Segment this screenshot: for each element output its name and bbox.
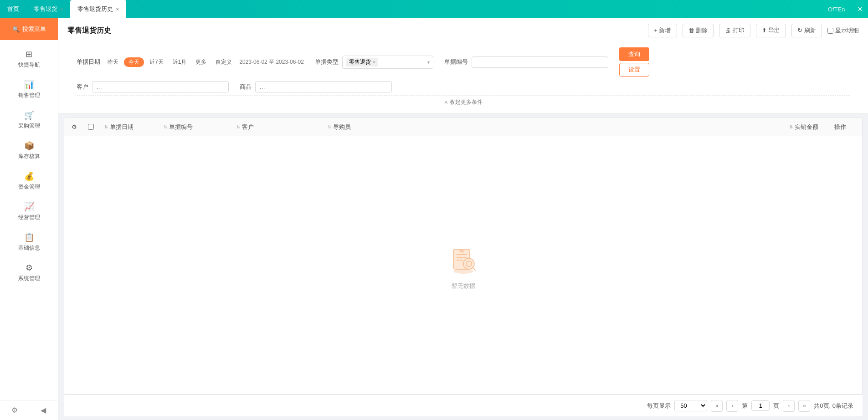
last-page-button[interactable]: » [798, 400, 810, 412]
th-select-all[interactable] [84, 124, 101, 130]
doc-type-tag: 零售退货 × [346, 58, 378, 67]
date-btn-yesterday[interactable]: 昨天 [104, 57, 122, 67]
filter-area: 单据日期 昨天 今天 近7天 近1月 更多 自定义 2023-06-02 至 2… [67, 43, 859, 113]
sidebar-item-label: 基础信息 [18, 244, 40, 252]
table-area: ⚙ ⇅ 单据日期 ⇅ 单据编号 ⇅ 客户 ⇅ [64, 118, 863, 394]
tab-retail-return-history[interactable]: 零售退货历史 × [70, 0, 126, 18]
filter-row-2: 客户 商品 [77, 81, 850, 92]
first-page-button[interactable]: « [711, 400, 723, 412]
doc-type-select-wrapper: 零售退货 × ▾ [342, 56, 433, 69]
total-label: 共0页, 0条记录 [814, 402, 853, 410]
date-btn-group: 昨天 今天 近7天 近1月 更多 自定义 [104, 57, 236, 67]
th-guide: ⇅ 导购员 [324, 123, 397, 131]
sidebar-item-label: 系统管理 [18, 275, 40, 282]
sidebar-search-label: 搜索菜单 [22, 25, 46, 33]
customer-input[interactable] [92, 81, 229, 92]
sidebar-item-sales[interactable]: 📊 销售管理 [0, 74, 58, 105]
system-icon: ⚙ [26, 263, 33, 273]
select-all-checkbox[interactable] [88, 124, 94, 130]
main-content: 零售退货历史 + 新增 🗑 删除 🖨 打印 ⬆ 导出 ↻ 刷新 显示明细 [58, 18, 868, 420]
sidebar-item-quick-nav[interactable]: ⊞ 快捷导航 [0, 44, 58, 74]
date-filter-label: 单据日期 [77, 58, 100, 66]
page-label-suffix: 页 [773, 402, 779, 410]
per-page-select[interactable]: 50 10 20 100 [674, 400, 707, 411]
tab-list: 首页 零售退货 × 零售退货历史 × [0, 0, 828, 18]
th-gear[interactable]: ⚙ [68, 123, 84, 130]
table-header: ⚙ ⇅ 单据日期 ⇅ 单据编号 ⇅ 客户 ⇅ [64, 118, 862, 136]
sidebar-item-operations[interactable]: 📈 经营管理 [0, 196, 58, 227]
set-button[interactable]: 设置 [619, 63, 649, 77]
customer-filter: 客户 [77, 81, 229, 92]
sort-icon[interactable]: ⇅ [164, 124, 167, 129]
collapse-conditions-button[interactable]: ∧ 收起更多条件 [77, 95, 850, 109]
sidebar-item-system[interactable]: ⚙ 系统管理 [0, 257, 58, 288]
collapse-sidebar-button[interactable]: ◀ [29, 400, 58, 420]
prev-page-button[interactable]: ‹ [726, 400, 738, 412]
show-detail-checkbox-label[interactable]: 显示明细 [827, 26, 859, 35]
sidebar-item-label: 采购管理 [18, 122, 40, 130]
purchase-icon: 🛒 [24, 110, 34, 120]
sidebar-search[interactable]: 🔍 搜索菜单 [0, 18, 58, 40]
empty-text: 暂无数据 [452, 282, 475, 290]
empty-icon [445, 240, 482, 277]
per-page-label: 每页显示 [647, 402, 671, 410]
goods-input[interactable] [255, 81, 392, 92]
tab-retail-return-close[interactable]: × [60, 6, 63, 12]
sidebar-item-finance[interactable]: 💰 资金管理 [0, 166, 58, 196]
sidebar-item-inventory[interactable]: 📦 库存核算 [0, 135, 58, 166]
refresh-button[interactable]: ↻ 刷新 [791, 24, 822, 37]
sort-icon[interactable]: ⇅ [236, 124, 240, 129]
show-detail-label: 显示明细 [835, 26, 859, 35]
often-text: OfTEn [828, 6, 845, 13]
settings-button[interactable]: ⚙ [0, 400, 29, 420]
sidebar: 🔍 搜索菜单 ⊞ 快捷导航 📊 销售管理 🛒 采购管理 📦 库存核算 💰 [0, 18, 58, 420]
th-customer: ⇅ 客户 [233, 123, 324, 131]
main-layout: 🔍 搜索菜单 ⊞ 快捷导航 📊 销售管理 🛒 采购管理 📦 库存核算 💰 [0, 18, 868, 420]
th-doc-no: ⇅ 单据编号 [160, 123, 233, 131]
page-header: 零售退货历史 + 新增 🗑 删除 🖨 打印 ⬆ 导出 ↻ 刷新 显示明细 [58, 18, 868, 114]
page-title: 零售退货历史 [67, 26, 111, 36]
sidebar-item-purchase[interactable]: 🛒 采购管理 [0, 105, 58, 135]
date-btn-7days[interactable]: 近7天 [146, 57, 167, 67]
pagination-bar: 每页显示 50 10 20 100 « ‹ 第 页 › » 共0页, 0条记录 [64, 394, 863, 416]
sidebar-item-label: 经营管理 [18, 214, 40, 221]
print-button[interactable]: 🖨 打印 [719, 24, 750, 37]
top-bar-right: OfTEn [828, 6, 853, 13]
page-number-input[interactable] [751, 400, 770, 411]
doc-no-input[interactable] [472, 56, 608, 68]
doc-type-select[interactable]: 零售退货 × [342, 56, 433, 69]
next-page-button[interactable]: › [783, 400, 795, 412]
tab-retail-return-history-close[interactable]: × [116, 6, 118, 12]
gear-icon[interactable]: ⚙ [72, 123, 77, 130]
sort-icon[interactable]: ⇅ [328, 124, 331, 129]
date-btn-more[interactable]: 更多 [192, 57, 210, 67]
doc-type-tag-close[interactable]: × [373, 59, 375, 65]
page-title-row: 零售退货历史 + 新增 🗑 删除 🖨 打印 ⬆ 导出 ↻ 刷新 显示明细 [67, 24, 859, 37]
sort-icon[interactable]: ⇅ [104, 124, 108, 129]
th-operation: 操作 [822, 123, 858, 131]
date-btn-1month[interactable]: 近1月 [169, 57, 190, 67]
sidebar-item-label: 库存核算 [18, 153, 40, 160]
sidebar-nav: ⊞ 快捷导航 📊 销售管理 🛒 采购管理 📦 库存核算 💰 资金管理 📈 [0, 40, 58, 400]
delete-button[interactable]: 🗑 删除 [683, 24, 714, 37]
date-range-display: 2023-06-02 至 2023-06-02 [239, 58, 303, 66]
tab-retail-return[interactable]: 零售退货 × [26, 0, 70, 18]
export-button[interactable]: ⬆ 导出 [756, 24, 786, 37]
date-btn-custom[interactable]: 自定义 [212, 57, 236, 67]
sidebar-item-basic-info[interactable]: 📋 基础信息 [0, 227, 58, 257]
query-button[interactable]: 查询 [619, 47, 649, 61]
show-detail-checkbox[interactable] [827, 28, 833, 34]
tab-home[interactable]: 首页 [0, 0, 26, 18]
goods-label: 商品 [240, 83, 252, 91]
window-close-button[interactable]: × [852, 5, 868, 14]
goods-filter: 商品 [240, 81, 392, 92]
th-amount: ⇅ 实销金额 [397, 123, 822, 131]
filter-row-1: 单据日期 昨天 今天 近7天 近1月 更多 自定义 2023-06-02 至 2… [77, 47, 850, 77]
doc-no-filter: 单据编号 [444, 56, 608, 68]
page-label-prefix: 第 [742, 402, 748, 410]
date-btn-today[interactable]: 今天 [124, 57, 144, 67]
sort-icon[interactable]: ⇅ [789, 124, 793, 129]
sidebar-item-label: 资金管理 [18, 183, 40, 191]
new-button[interactable]: + 新增 [648, 24, 677, 37]
doc-no-label: 单据编号 [444, 58, 468, 66]
